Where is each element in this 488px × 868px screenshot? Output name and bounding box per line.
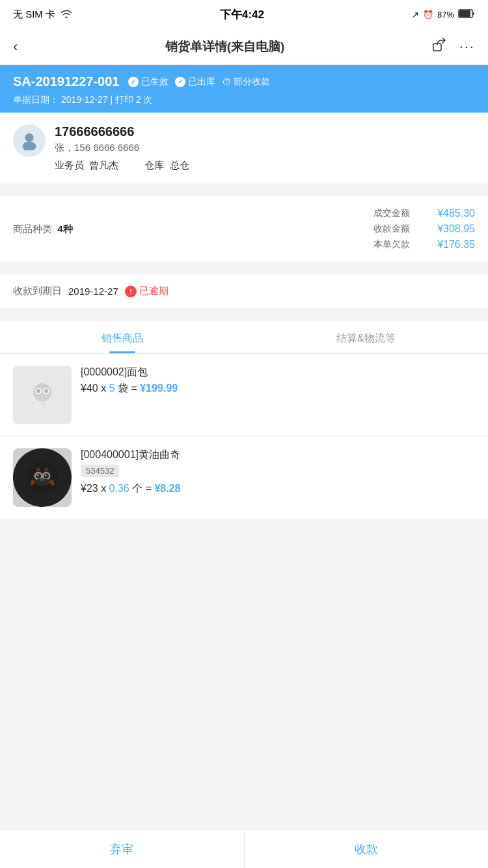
received-row: 收款金额 ¥308.95 (373, 223, 475, 235)
tab-settlement[interactable]: 结算&物流等 (244, 321, 488, 353)
sales-info: 业务员 曾凡杰 (55, 159, 118, 172)
product-price-2: ¥23 x 0.36 个 = ¥8.28 (81, 482, 475, 496)
more-icon[interactable]: ··· (459, 38, 475, 55)
due-date-value: 2019-12-27 (68, 286, 118, 297)
status-shipped: ✓ 已出库 (175, 76, 215, 88)
status-active: ✓ 已生效 (128, 76, 169, 88)
order-header-banner: SA-20191227-001 ✓ 已生效 ✓ 已出库 ⏱ 部分收款 单据日期：… (0, 65, 488, 113)
svg-point-4 (23, 142, 36, 151)
product-details-1: [0000002]面包 ¥40 x 5 袋 = ¥199.99 (81, 366, 475, 424)
shipped-icon: ✓ (175, 77, 185, 87)
nav-actions: ··· (432, 38, 475, 55)
status-tags: ✓ 已生效 ✓ 已出库 ⏱ 部分收款 (128, 76, 270, 88)
customer-phone: 张，156 6666 6666 (55, 142, 475, 154)
confirm-button[interactable]: 收款 (245, 830, 489, 868)
product-sku-2: 534532 (81, 465, 475, 482)
due-row: 本单欠款 ¥176.35 (373, 239, 475, 251)
svg-point-18 (45, 474, 47, 476)
product-name-2: [000400001]黄油曲奇 (81, 448, 475, 462)
product-image-1: B+ (13, 366, 72, 424)
overdue-text: 已逾期 (139, 285, 169, 297)
back-button[interactable]: ‹ (13, 38, 18, 55)
page-title: 销货单详情(来自电脑) (165, 38, 285, 55)
financial-summary: 成交金额 ¥485.30 收款金额 ¥308.95 本单欠款 ¥176.35 (373, 208, 475, 251)
products-list: B+ [0000002]面包 ¥40 x 5 袋 = ¥199.99 (0, 354, 488, 519)
status-right: ↗ ⏰ 87% (412, 9, 475, 20)
product-price-1: ¥40 x 5 袋 = ¥199.99 (81, 382, 475, 396)
summary-section: 商品种类 4种 成交金额 ¥485.30 收款金额 ¥308.95 本单欠款 ¥… (0, 196, 488, 263)
svg-point-3 (25, 133, 33, 142)
svg-point-9 (44, 389, 48, 393)
svg-rect-1 (459, 10, 470, 17)
product-item: B+ [0000002]面包 ¥40 x 5 袋 = ¥199.99 (0, 354, 488, 437)
partial-icon: ⏱ (222, 77, 231, 87)
battery-level: 87% (437, 10, 454, 20)
tabs-section: 销售商品 结算&物流等 B+ (0, 321, 488, 519)
customer-meta: 业务员 曾凡杰 仓库 总仓 (55, 159, 475, 172)
svg-point-20 (40, 478, 45, 481)
svg-point-10 (36, 394, 48, 400)
product-image-2 (13, 448, 72, 507)
customer-section: 17666666666 张，156 6666 6666 业务员 曾凡杰 仓库 总… (0, 113, 488, 184)
status-partial: ⏱ 部分收款 (222, 76, 270, 88)
nav-bar: ‹ 销货单详情(来自电脑) ··· (0, 29, 488, 65)
alarm-icon: ⏰ (423, 10, 433, 20)
product-details-2: [000400001]黄油曲奇 534532 ¥23 x 0.36 个 = ¥8… (81, 448, 475, 507)
order-date-info: 单据日期： 2019-12-27 | 打印 2 次 (13, 94, 475, 106)
status-left: 无 SIM 卡 (13, 8, 72, 21)
tab-products[interactable]: 销售商品 (0, 321, 244, 353)
sim-status: 无 SIM 卡 (13, 8, 55, 21)
customer-avatar (13, 124, 46, 157)
customer-name: 17666666666 (55, 124, 475, 139)
share-icon[interactable] (432, 38, 446, 55)
customer-info: 17666666666 张，156 6666 6666 业务员 曾凡杰 仓库 总… (55, 124, 475, 172)
product-name-1: [0000002]面包 (81, 366, 475, 379)
due-date-label: 收款到期日 (13, 285, 62, 297)
active-icon: ✓ (128, 77, 139, 87)
svg-point-17 (37, 474, 39, 476)
amount-row: 成交金额 ¥485.30 (373, 208, 475, 219)
cancel-button[interactable]: 弃审 (0, 830, 245, 868)
battery-icon (458, 9, 475, 20)
svg-text:B+: B+ (42, 403, 46, 406)
status-bar: 无 SIM 卡 下午4:42 ↗ ⏰ 87% (0, 0, 488, 29)
overdue-icon: ! (125, 286, 137, 297)
product-type-info: 商品种类 4种 (13, 223, 73, 236)
tabs-header: 销售商品 结算&物流等 (0, 321, 488, 354)
order-id: SA-20191227-001 (13, 74, 119, 89)
overdue-badge: ! 已逾期 (125, 285, 169, 297)
product-item-2: [000400001]黄油曲奇 534532 ¥23 x 0.36 个 = ¥8… (0, 437, 488, 519)
bottom-bar: 弃审 收款 (0, 829, 488, 868)
due-date-section: 收款到期日 2019-12-27 ! 已逾期 (0, 275, 488, 308)
warehouse-info: 仓库 总仓 (144, 159, 189, 172)
status-time: 下午4:42 (220, 7, 264, 22)
location-icon: ↗ (412, 10, 419, 20)
svg-point-8 (36, 389, 40, 393)
wifi-icon (61, 9, 72, 20)
product-thumbnail-2 (13, 448, 72, 507)
